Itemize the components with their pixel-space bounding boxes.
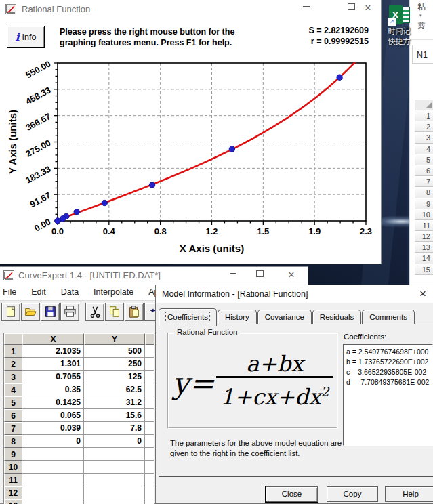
menu-interpolate[interactable]: Interpolate — [86, 287, 141, 297]
dialog-titlebar[interactable]: Model Information - [Rational Function] … — [156, 285, 433, 303]
data-point[interactable] — [102, 200, 107, 205]
cell-x[interactable]: 2.1035 — [22, 345, 84, 358]
copy-button[interactable] — [105, 303, 124, 321]
row-header[interactable]: 1 — [4, 345, 22, 358]
info-button[interactable]: i Info — [7, 26, 45, 48]
cell-y[interactable]: 125 — [84, 371, 145, 383]
excel-paste-button[interactable]: 粘 — [417, 1, 426, 13]
row-header[interactable]: 6 — [4, 409, 22, 422]
cell-x[interactable]: 0.1425 — [22, 396, 84, 409]
cell-next[interactable] — [145, 486, 154, 499]
column-header-next[interactable] — [145, 333, 154, 345]
row-header[interactable]: 4 — [4, 383, 22, 396]
cell-x[interactable] — [22, 474, 84, 486]
cell-x[interactable]: 0.7055 — [22, 371, 84, 383]
excel-row-header[interactable]: 12 — [415, 231, 433, 242]
close-icon[interactable]: × — [414, 286, 432, 302]
row-header[interactable]: 5 — [4, 396, 22, 409]
excel-name-box[interactable]: N1 — [412, 45, 433, 64]
excel-desktop-shortcut[interactable]: X ↗ 时间记 快捷方 — [386, 5, 412, 46]
excel-select-all-corner[interactable] — [415, 100, 433, 110]
row-header[interactable]: 7 — [4, 422, 22, 435]
excel-row-header[interactable]: 1 — [415, 110, 433, 121]
excel-row-header[interactable]: 13 — [415, 242, 433, 253]
row-header[interactable]: 12 — [4, 486, 22, 499]
excel-row-header[interactable]: 15 — [415, 264, 433, 275]
data-point[interactable] — [60, 215, 66, 221]
tab-history[interactable]: History — [218, 310, 257, 324]
cell-x[interactable]: 1.301 — [22, 358, 84, 371]
cell-x[interactable]: 0 — [22, 435, 84, 448]
row-header[interactable]: 2 — [4, 358, 22, 371]
excel-row-header[interactable]: 11 — [415, 220, 433, 231]
chevron-down-icon[interactable]: ▾ — [419, 13, 422, 18]
excel-row-header[interactable]: 10 — [415, 209, 433, 220]
cell-next[interactable] — [145, 383, 154, 396]
data-point[interactable] — [337, 75, 342, 80]
cell-y[interactable] — [84, 448, 145, 461]
cell-x[interactable] — [22, 461, 84, 474]
sheet-corner-cell[interactable] — [4, 333, 22, 345]
cell-y[interactable] — [84, 499, 145, 504]
cell-next[interactable] — [145, 448, 154, 461]
help-button[interactable]: Help — [385, 486, 433, 502]
cell-y[interactable] — [84, 474, 145, 486]
minimize-button[interactable] — [224, 267, 243, 284]
cell-y[interactable]: 31.2 — [84, 396, 145, 409]
cut-button[interactable] — [85, 303, 104, 321]
row-header[interactable]: 3 — [4, 371, 22, 383]
row-header[interactable]: 10 — [4, 461, 22, 474]
excel-row-header[interactable]: 14 — [415, 253, 433, 264]
cell-next[interactable] — [145, 474, 154, 486]
copy-button[interactable]: Copy — [327, 486, 378, 502]
column-header-y[interactable]: Y — [84, 333, 145, 345]
excel-row-header[interactable]: 3 — [415, 132, 433, 143]
data-point[interactable] — [55, 218, 60, 224]
close-button[interactable]: × — [282, 267, 301, 284]
paste-button[interactable] — [125, 303, 144, 321]
tab-comments[interactable]: Comments — [362, 310, 415, 324]
menu-file[interactable]: File — [0, 287, 24, 297]
excel-row-header[interactable]: 4 — [415, 144, 433, 154]
row-header[interactable]: 9 — [4, 448, 22, 461]
cell-next[interactable] — [145, 358, 154, 371]
excel-row-header[interactable]: 8 — [415, 187, 433, 198]
excel-row-header[interactable]: 7 — [415, 176, 433, 187]
open-file-button[interactable] — [21, 303, 40, 321]
data-point[interactable] — [229, 146, 234, 152]
cell-next[interactable] — [145, 345, 154, 358]
curveexpert-titlebar[interactable]: CurveExpert 1.4 - [UNTITLED.DAT*] × — [0, 267, 308, 284]
cell-next[interactable] — [145, 422, 154, 435]
cell-y[interactable]: 250 — [84, 358, 145, 371]
cell-next[interactable] — [145, 499, 154, 504]
new-file-button[interactable] — [1, 303, 20, 321]
save-file-button[interactable] — [41, 303, 60, 321]
cell-x[interactable] — [22, 499, 84, 504]
row-header[interactable]: 11 — [4, 474, 22, 486]
excel-row-header[interactable]: 9 — [415, 198, 433, 209]
cell-next[interactable] — [145, 461, 154, 474]
cell-x[interactable]: 0.35 — [22, 383, 84, 396]
row-header[interactable]: 13 — [4, 499, 22, 504]
tab-coefficients[interactable]: Coefficients — [159, 308, 217, 326]
cell-x[interactable]: 0.065 — [22, 409, 84, 422]
cell-next[interactable] — [145, 371, 154, 383]
cell-y[interactable] — [84, 486, 145, 499]
menu-edit[interactable]: Edit — [24, 287, 54, 297]
cell-x[interactable] — [22, 448, 84, 461]
close-button[interactable]: Close — [266, 486, 318, 502]
data-point[interactable] — [74, 209, 79, 215]
cell-x[interactable]: 0.039 — [22, 422, 84, 435]
cell-y[interactable]: 15.6 — [84, 409, 145, 422]
row-header[interactable]: 8 — [4, 435, 22, 448]
menu-data[interactable]: Data — [54, 287, 86, 297]
cell-y[interactable] — [84, 461, 145, 474]
tab-covariance[interactable]: Covariance — [257, 310, 312, 324]
column-header-x[interactable]: X — [22, 333, 84, 345]
cell-y[interactable]: 7.8 — [84, 422, 145, 435]
maximize-button[interactable] — [250, 267, 269, 284]
excel-row-header[interactable]: 6 — [415, 165, 433, 176]
cell-next[interactable] — [145, 435, 154, 448]
print-button[interactable] — [60, 303, 79, 321]
excel-row-header[interactable]: 5 — [415, 154, 433, 165]
